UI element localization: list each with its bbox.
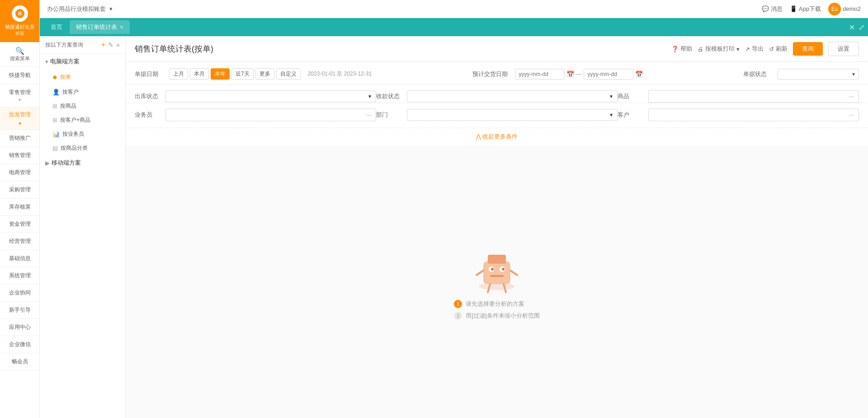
sidebar-item-sales[interactable]: 销售管理	[0, 147, 39, 164]
system-label: 系统管理	[9, 272, 31, 280]
scheme-by-category[interactable]: ▤ 按商品分类	[40, 141, 125, 155]
sidebar-search[interactable]: 🔍 搜索菜单	[0, 42, 39, 67]
tab-close-icon[interactable]: ×	[120, 24, 123, 31]
collapse-panel-icon[interactable]: «	[116, 41, 120, 48]
date-btn-thismonth[interactable]: 本月	[190, 68, 209, 80]
scheme-by-salesperson-label: 按业务员	[62, 130, 84, 138]
sidebar-item-wholesale[interactable]: 批发管理 ▴	[0, 107, 39, 130]
salesperson-select[interactable]: ···	[165, 109, 376, 121]
svg-point-5	[491, 268, 494, 271]
date-btn-thisyear[interactable]: 本年	[211, 68, 230, 80]
sidebar-item-marketing[interactable]: 营销推广	[0, 130, 39, 147]
sidebar-item-enterprise[interactable]: 企业协同	[0, 285, 39, 302]
print-chevron-icon: ▾	[736, 46, 740, 52]
basic-label: 基础信息	[9, 255, 31, 262]
goods-dots-icon[interactable]: ···	[849, 93, 854, 100]
settings-button[interactable]: 设置	[828, 42, 859, 56]
tab-home-label: 首页	[51, 24, 62, 30]
query-button[interactable]: 查询	[793, 42, 823, 56]
sidebar-item-purchase[interactable]: 采购管理	[0, 181, 39, 199]
status-select[interactable]: ▾	[778, 69, 859, 80]
app-download-icon: 📱	[790, 5, 797, 12]
scheme-by-customer-goods[interactable]: ⊞ 按客户+商品	[40, 113, 125, 127]
management-label: 经营管理	[9, 238, 31, 245]
print-btn[interactable]: 🖨 按模板打印 ▾	[698, 45, 740, 53]
left-panel-title: 按以下方案查询	[45, 41, 98, 49]
table-icon: ▤	[52, 145, 58, 152]
date-btn-7days[interactable]: 近7天	[231, 68, 254, 80]
sidebar-item-app-center[interactable]: 应用中心	[0, 319, 39, 336]
add-scheme-icon[interactable]: +	[101, 41, 105, 49]
date-btn-custom[interactable]: 自定义	[276, 68, 301, 80]
svg-line-9	[510, 271, 517, 275]
window-expand-icon[interactable]: ⤢	[859, 23, 864, 32]
collapse-bar[interactable]: ⋀ 收起更多条件	[126, 128, 868, 145]
message-btn[interactable]: 💬 消息	[762, 5, 783, 13]
filter-row-3: 业务员 ··· 部门 ▾ 客户	[126, 103, 868, 121]
search-label: 搜索菜单	[4, 55, 36, 62]
tree-mobile-schemes[interactable]: ▶ 移动端方案	[40, 155, 125, 171]
empty-state: 1 请先选择要分析的方案 2 用[过滤]条件来缩小分析范围	[126, 145, 868, 418]
sidebar-item-guide[interactable]: 新手引导	[0, 302, 39, 319]
finance-label: 资金管理	[9, 220, 31, 228]
sidebar-item-retail[interactable]: 零售管理 ▾	[0, 84, 39, 107]
calendar2-icon[interactable]: 📅	[635, 71, 643, 78]
goods-select[interactable]: ···	[648, 90, 859, 103]
wechat-label: 企业微信	[9, 341, 31, 348]
date-separator: —	[576, 71, 582, 77]
date-btn-more[interactable]: 更多	[255, 68, 274, 80]
expected-date-end[interactable]	[584, 69, 633, 80]
payment-status-label: 收款状态	[376, 92, 403, 100]
sidebar-item-system[interactable]: 系统管理	[0, 267, 39, 285]
scheme-by-goods-label: 按商品	[60, 102, 76, 110]
help-btn[interactable]: ❓ 帮助	[671, 45, 692, 53]
sidebar-item-member[interactable]: 畅会员	[0, 353, 39, 370]
expected-date-range: 📅 — 📅	[515, 69, 643, 80]
sales-label: 销售管理	[9, 152, 31, 159]
sidebar-item-basic[interactable]: 基础信息	[0, 250, 39, 267]
edit-scheme-icon[interactable]: ✎	[108, 41, 113, 48]
export-icon: ↗	[745, 46, 750, 52]
tree-pc-schemes[interactable]: ▾ 电脑端方案	[40, 54, 125, 69]
dept-select[interactable]: ▾	[407, 109, 618, 121]
sidebar-item-wechat[interactable]: 企业微信	[0, 336, 39, 353]
sidebar-item-finance[interactable]: 资金管理	[0, 216, 39, 233]
dept-chevron-icon: ▾	[610, 112, 613, 118]
help-icon: ❓	[671, 46, 679, 52]
expected-date-start[interactable]	[515, 69, 565, 80]
salesperson-dots-icon[interactable]: ···	[366, 111, 371, 119]
scheme-by-order[interactable]: ● 按单	[40, 69, 125, 85]
left-panel-header: 按以下方案查询 + ✎ «	[40, 36, 125, 54]
sidebar-item-inventory[interactable]: 库存核算	[0, 199, 39, 216]
sidebar-item-ecommerce[interactable]: 电商管理	[0, 164, 39, 181]
logo-subtext: 标版	[15, 30, 24, 37]
date-btn-lastmonth[interactable]: 上月	[169, 68, 188, 80]
refresh-icon: ↺	[769, 46, 774, 52]
grid-icon: ⊞	[52, 103, 57, 109]
customer-select[interactable]: ···	[648, 109, 859, 121]
tab-home[interactable]: 首页	[43, 20, 70, 34]
user-menu[interactable]: Ea demo2	[828, 3, 861, 15]
refresh-btn[interactable]: ↺ 刷新	[769, 45, 788, 53]
scheme-by-customer-goods-label: 按客户+商品	[60, 116, 90, 124]
page-header-top: 销售订单统计表(按单) ❓ 帮助 🖨 按模板打印 ▾ ↗	[135, 42, 859, 56]
page-header-actions: ❓ 帮助 🖨 按模板打印 ▾ ↗ 导出 ↺	[671, 42, 859, 56]
workspace-dropdown-icon[interactable]: ▾	[109, 5, 113, 12]
tab-sales-report[interactable]: 销售订单统计表 ×	[70, 20, 130, 34]
sidebar: 畅捷通好生意 标版 🔍 搜索菜单 快捷导航 零售管理 ▾ 批发管理 ▴ 营销推广…	[0, 0, 40, 418]
customer-dots-icon[interactable]: ···	[849, 111, 854, 119]
window-close-icon[interactable]: ✕	[849, 23, 855, 32]
svg-rect-1	[483, 261, 510, 284]
refresh-label: 刷新	[776, 45, 788, 53]
app-download-btn[interactable]: 📱 App下载	[790, 5, 821, 13]
scheme-by-salesperson[interactable]: 📊 按业务员	[40, 127, 125, 141]
scheme-by-goods[interactable]: ⊞ 按商品	[40, 99, 125, 113]
sidebar-item-management[interactable]: 经营管理	[0, 233, 39, 250]
calendar1-icon[interactable]: 📅	[566, 71, 574, 78]
payment-status-select[interactable]: ▾	[407, 90, 618, 102]
scheme-by-customer[interactable]: 👤 按客户	[40, 85, 125, 99]
ship-status-select[interactable]: ▾	[165, 90, 376, 102]
sidebar-shortcut[interactable]: 快捷导航	[0, 67, 39, 84]
export-btn[interactable]: ↗ 导出	[745, 45, 764, 53]
retail-label: 零售管理	[9, 89, 31, 96]
